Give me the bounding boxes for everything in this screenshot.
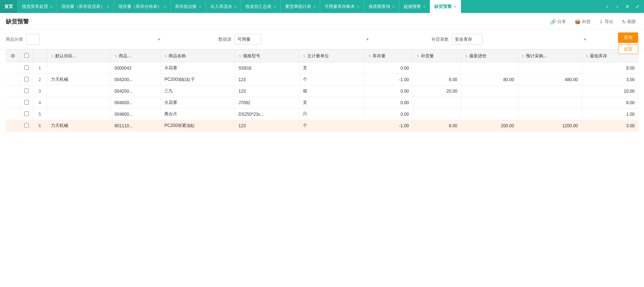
- category-select[interactable]: [26, 34, 40, 45]
- datasource-label: 数据源: [218, 36, 231, 43]
- table-row: 4 004600... 火花塞 J7092 支 0.00 8.00: [6, 97, 638, 109]
- close-icon[interactable]: ×: [357, 4, 359, 9]
- settings-button[interactable]: 设置: [618, 44, 638, 54]
- td-unit: 支: [299, 62, 364, 74]
- td-unit: 支: [299, 97, 364, 109]
- share-button[interactable]: 🔗 分享: [548, 17, 568, 26]
- td-num: 1: [32, 62, 47, 74]
- td-num: 5: [32, 109, 47, 120]
- td-unit: 个: [299, 74, 364, 85]
- td-unit: 箱: [299, 85, 364, 97]
- td-checkbox[interactable]: [20, 109, 32, 120]
- row-checkbox[interactable]: [24, 77, 29, 81]
- replenish-select-wrapper: 安全库存: [452, 34, 589, 45]
- td-latest-price: [461, 62, 518, 74]
- td-unit: 只: [299, 109, 364, 120]
- td-supplier: 力天机械: [47, 74, 111, 85]
- td-min-stock: 1.00: [582, 109, 638, 120]
- refresh-button[interactable]: ↻ 刷新: [620, 17, 638, 26]
- replenish-filter-group: 补货基数 安全库存: [431, 34, 638, 45]
- nav-close-button[interactable]: ✕: [622, 1, 632, 12]
- tab-inventory-dist[interactable]: 现存量（库存分布表） ×: [114, 0, 171, 13]
- row-checkbox[interactable]: [24, 65, 29, 70]
- td-checkbox[interactable]: [20, 74, 32, 85]
- nav-expand-button[interactable]: ⤢: [632, 1, 643, 12]
- close-icon[interactable]: ×: [392, 4, 395, 9]
- row-checkbox[interactable]: [24, 123, 29, 128]
- close-icon[interactable]: ×: [313, 4, 316, 9]
- td-checkbox[interactable]: [20, 97, 32, 109]
- row-checkbox[interactable]: [24, 88, 29, 93]
- td-settings: [6, 85, 20, 97]
- tab-expiry-query[interactable]: 保质期查询 ×: [364, 0, 399, 13]
- category-filter-group: 商品分类: [6, 34, 213, 45]
- th-settings[interactable]: ⚙: [6, 50, 20, 62]
- share-icon: 🔗: [550, 19, 556, 25]
- replenish-label: 补货基数: [431, 36, 449, 43]
- close-icon[interactable]: ×: [164, 4, 166, 9]
- sort-icon: ⇅: [368, 54, 371, 58]
- th-goods-code[interactable]: ⇅ 商品...: [111, 50, 161, 62]
- th-est-purchase[interactable]: ⇅ 预计采购...: [518, 50, 582, 62]
- supplement-icon: 📦: [575, 19, 580, 25]
- tab-demand-stats[interactable]: 要货单统计表 ×: [281, 0, 320, 13]
- tab-exception[interactable]: 拣货异常处理 ×: [18, 0, 57, 13]
- td-goods-name: PC200张紧油缸: [161, 120, 235, 132]
- td-spec: SS816: [235, 62, 299, 74]
- close-icon[interactable]: ×: [50, 4, 52, 9]
- td-checkbox[interactable]: [20, 120, 32, 132]
- tab-home[interactable]: 首页: [0, 0, 18, 13]
- tab-batch-account[interactable]: 库存批次账 ×: [171, 0, 206, 13]
- tab-inout-flow[interactable]: 出入库流水 ×: [206, 0, 241, 13]
- replenish-select[interactable]: 安全库存: [452, 34, 483, 45]
- th-stock[interactable]: ⇅ 库存量: [364, 50, 413, 62]
- td-est-purchase: 1200.00: [518, 120, 582, 132]
- supplement-button[interactable]: 📦 补货: [573, 17, 593, 26]
- td-supplier: [47, 85, 111, 97]
- th-goods-name[interactable]: ⇅ 商品名称: [161, 50, 235, 62]
- td-checkbox[interactable]: [20, 85, 32, 97]
- th-unit[interactable]: ⇅ 主计量单位: [299, 50, 364, 62]
- close-icon[interactable]: ×: [199, 4, 201, 9]
- td-latest-price: 80.00: [461, 74, 518, 85]
- tab-inventory-status[interactable]: 现存量（库存状况表） ×: [57, 0, 114, 13]
- nav-next-button[interactable]: ›: [612, 1, 622, 12]
- export-button[interactable]: ⇩ 导出: [597, 17, 615, 26]
- td-goods-name: PC200油缸缸子: [161, 74, 235, 85]
- tab-available-ledger[interactable]: 可用量库存账本 ×: [320, 0, 364, 13]
- close-icon[interactable]: ×: [234, 4, 236, 9]
- tab-shortage[interactable]: 缺货预警 ×: [430, 0, 461, 13]
- td-goods-code: 004200...: [111, 85, 161, 97]
- th-supplier[interactable]: ⇅ 默认供应...: [47, 50, 111, 62]
- sort-icon: ⇅: [522, 54, 525, 58]
- td-est-purchase: [518, 85, 582, 97]
- query-button[interactable]: 查询: [618, 32, 638, 43]
- close-icon[interactable]: ×: [107, 4, 109, 9]
- td-supplier: 力天机械: [47, 120, 111, 132]
- sort-icon: ⇅: [239, 54, 242, 58]
- td-spec: 123: [235, 74, 299, 85]
- tab-overstock[interactable]: 超储预警 ×: [399, 0, 430, 13]
- row-checkbox[interactable]: [24, 111, 29, 116]
- row-checkbox[interactable]: [24, 100, 29, 105]
- settings-gear-icon[interactable]: ⚙: [10, 53, 15, 59]
- close-icon[interactable]: ×: [423, 4, 425, 9]
- datasource-select[interactable]: 可用量: [234, 34, 261, 45]
- page-title: 缺货预警: [6, 18, 29, 26]
- td-goods-code: 0000042: [111, 62, 161, 74]
- td-supplement: [413, 97, 461, 109]
- header-actions: 🔗 分享 📦 补货 ⇩ 导出 ↻ 刷新: [548, 17, 638, 26]
- td-unit: 个: [299, 120, 364, 132]
- th-latest-price[interactable]: ⇅ 最新进价: [461, 50, 518, 62]
- select-all-checkbox[interactable]: [24, 53, 29, 58]
- close-icon[interactable]: ×: [274, 4, 276, 9]
- tab-recv-summary[interactable]: 收发存汇总表 ×: [241, 0, 280, 13]
- th-spec[interactable]: ⇅ 规格型号: [235, 50, 299, 62]
- td-checkbox[interactable]: [20, 62, 32, 74]
- close-icon[interactable]: ×: [454, 4, 456, 9]
- th-supplement[interactable]: ⇅ 补货量: [413, 50, 461, 62]
- td-goods-code: 004600...: [111, 97, 161, 109]
- data-table: ⚙ ⇅ 默认供应... ⇅ 商: [6, 49, 638, 132]
- nav-prev-button[interactable]: ‹: [602, 1, 612, 12]
- td-stock: -1.00: [364, 74, 413, 85]
